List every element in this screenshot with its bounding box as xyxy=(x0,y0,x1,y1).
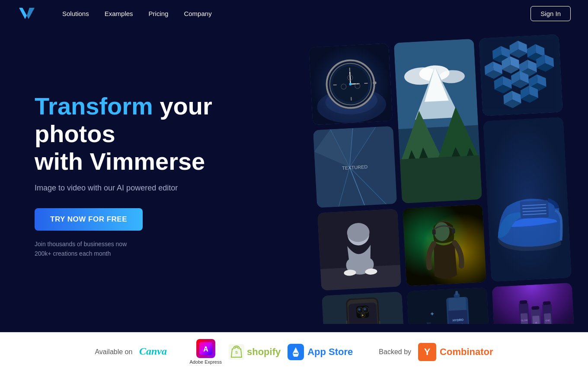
image-card-person-sad xyxy=(317,209,401,290)
navbar: Solutions Examples Pricing Company Sign … xyxy=(0,0,588,27)
svg-text:A: A xyxy=(203,346,208,353)
hero-content: Transform your photos with Vimmerse Imag… xyxy=(0,58,251,293)
ycombinator-logo: Y Combinator xyxy=(418,343,493,361)
svg-rect-26 xyxy=(400,155,482,203)
svg-text:HYDRO: HYDRO xyxy=(453,318,464,322)
svg-text:HI: HI xyxy=(535,321,537,324)
cta-button[interactable]: TRY NOW FOR FREE xyxy=(35,208,143,231)
nav-links: Solutions Examples Pricing Company xyxy=(62,10,530,17)
backed-label: Backed by xyxy=(379,348,411,356)
bottom-bar: Available on Canva A xyxy=(0,332,588,371)
svg-rect-93 xyxy=(432,229,436,235)
svg-text:ONE: ONE xyxy=(545,319,550,322)
hero-image-grid: TEXTURED xyxy=(308,19,588,324)
backed-by-section: Backed by Y Combinator xyxy=(379,343,493,361)
image-card-purple: GLOW HI THERE ONE xyxy=(492,283,576,324)
image-card-girl-music xyxy=(403,204,486,286)
shopify-icon: S xyxy=(229,344,244,360)
svg-rect-144 xyxy=(543,301,551,305)
svg-line-11 xyxy=(351,84,359,84)
adobe-label: Adobe Express xyxy=(189,359,222,365)
appstore-logo: App Store xyxy=(288,344,353,360)
svg-rect-13 xyxy=(373,82,376,84)
svg-rect-129 xyxy=(483,117,572,282)
nav-pricing[interactable]: Pricing xyxy=(149,10,169,17)
appstore-label: App Store xyxy=(307,346,353,358)
svg-rect-142 xyxy=(519,300,527,304)
nav-company[interactable]: Company xyxy=(184,10,211,17)
image-card-product-bottle: HYDRO POWER TONER PLUS VIMMERSE ✦ ✦ xyxy=(407,287,491,324)
adobe-icon: A xyxy=(196,339,215,358)
svg-rect-119 xyxy=(455,291,458,295)
svg-text:GLOW: GLOW xyxy=(521,319,528,322)
hero-tagline: Join thousands of businesses now 200k+ c… xyxy=(35,239,251,259)
image-card-watch xyxy=(309,43,393,125)
svg-text:Canva: Canva xyxy=(139,346,167,357)
yc-text: Combinator xyxy=(440,346,493,358)
image-card-texture: TEXTURED xyxy=(313,126,397,208)
shopify-logo: S shopify xyxy=(229,344,281,360)
shopify-label: shopify xyxy=(247,346,281,358)
nav-examples[interactable]: Examples xyxy=(105,10,133,17)
svg-rect-143 xyxy=(531,306,539,310)
svg-text:✦: ✦ xyxy=(429,310,435,317)
hero-title: Transform your photos with Vimmerse xyxy=(35,92,251,176)
canva-logo: Canva xyxy=(139,344,182,360)
hero-section: Transform your photos with Vimmerse Imag… xyxy=(0,0,588,324)
image-card-cubes xyxy=(479,34,562,116)
nav-solutions[interactable]: Solutions xyxy=(62,10,89,17)
hero-subtitle: Image to video with our AI powered edito… xyxy=(35,184,251,193)
image-card-sneaker xyxy=(483,117,572,282)
logo[interactable] xyxy=(17,5,36,22)
hero-title-highlight: Transform xyxy=(35,92,153,120)
available-on-section: Available on Canva A xyxy=(95,339,353,365)
image-card-phone xyxy=(322,292,406,324)
adobe-express-logo: A Adobe Express xyxy=(189,339,222,365)
yc-square: Y xyxy=(418,343,436,361)
signin-button[interactable]: Sign In xyxy=(530,6,571,21)
available-label: Available on xyxy=(95,348,132,356)
svg-text:S: S xyxy=(235,350,238,355)
svg-rect-94 xyxy=(451,228,455,234)
svg-rect-114 xyxy=(448,310,468,324)
appstore-icon xyxy=(288,344,304,360)
image-card-mountains xyxy=(394,39,482,203)
svg-text:POWER: POWER xyxy=(454,323,464,324)
